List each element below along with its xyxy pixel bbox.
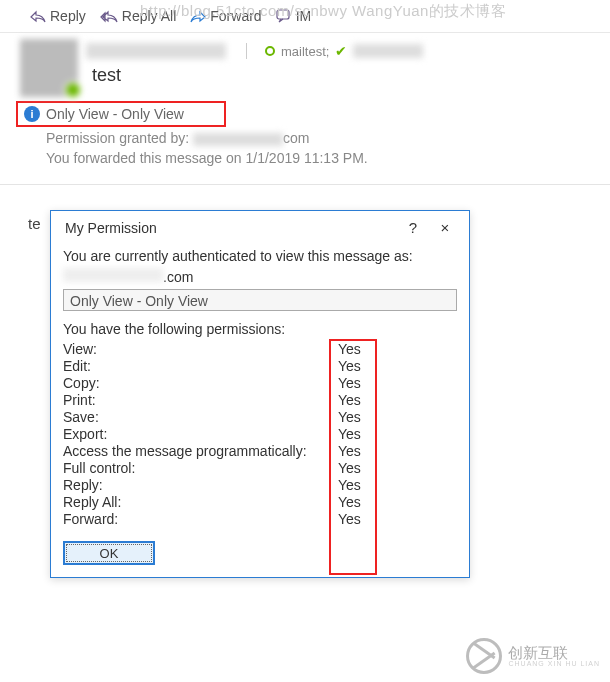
permission-dialog: My Permission ? × You are currently auth…	[50, 210, 470, 578]
perm-label: Save:	[63, 409, 338, 425]
permission-readonly-field: Only View - Only View	[63, 289, 457, 311]
perm-label: Export:	[63, 426, 338, 442]
message-meta: Permission granted by: com You forwarded…	[0, 127, 610, 172]
watermark-text: http://blog.51cto.com/scnbwy WangYuan的技术…	[140, 2, 506, 21]
perm-label: Forward:	[63, 511, 338, 527]
perm-value: Yes	[338, 460, 398, 476]
perm-label: Copy:	[63, 375, 338, 391]
logo-icon	[466, 638, 502, 674]
reply-button[interactable]: Reply	[30, 8, 86, 24]
auth-line: You are currently authenticated to view …	[63, 248, 457, 264]
presence-icon	[265, 46, 275, 56]
recipients: mailtest; ✔	[246, 43, 423, 59]
permissions-table: View:Yes Edit:Yes Copy:Yes Print:Yes Sav…	[63, 341, 457, 527]
perm-value: Yes	[338, 358, 398, 374]
perm-label: Edit:	[63, 358, 338, 374]
reply-all-icon	[100, 9, 118, 23]
status-check-icon: ✔	[335, 43, 347, 59]
perm-value: Yes	[338, 443, 398, 459]
logo-text: 创新互联	[508, 645, 600, 660]
user-line: .com	[63, 268, 457, 285]
perm-value: Yes	[338, 409, 398, 425]
perm-label: Reply All:	[63, 494, 338, 510]
permission-banner: i Only View - Only View	[16, 101, 226, 127]
dialog-help-button[interactable]: ?	[397, 219, 429, 236]
perm-value: Yes	[338, 392, 398, 408]
perm-label: Reply:	[63, 477, 338, 493]
perm-label: View:	[63, 341, 338, 357]
permission-granted-line: Permission granted by: com	[46, 129, 610, 149]
message-header: mailtest; ✔ test	[0, 33, 610, 97]
dialog-title: My Permission	[65, 220, 397, 236]
avatar	[20, 39, 78, 97]
reply-icon	[30, 9, 46, 23]
permission-banner-text: Only View - Only View	[46, 106, 184, 122]
logo-subtext: CHUANG XIN HU LIAN	[508, 660, 600, 667]
subject: test	[92, 65, 590, 86]
perm-value: Yes	[338, 477, 398, 493]
dialog-close-button[interactable]: ×	[429, 219, 461, 236]
forwarded-line: You forwarded this message on 1/1/2019 1…	[46, 149, 610, 169]
perm-value: Yes	[338, 375, 398, 391]
info-icon: i	[24, 106, 40, 122]
perm-value: Yes	[338, 341, 398, 357]
permissions-heading: You have the following permissions:	[63, 321, 457, 337]
recipient-label: mailtest;	[281, 44, 329, 59]
dialog-titlebar: My Permission ? ×	[51, 211, 469, 244]
perm-value: Yes	[338, 426, 398, 442]
ok-button[interactable]: OK	[63, 541, 155, 565]
perm-label: Full control:	[63, 460, 338, 476]
recipient-blurred	[353, 44, 423, 58]
perm-label: Print:	[63, 392, 338, 408]
perm-value: Yes	[338, 494, 398, 510]
watermark-logo: 创新互联 CHUANG XIN HU LIAN	[466, 638, 600, 674]
perm-label: Access the message programmatically:	[63, 443, 338, 459]
sender-name	[86, 43, 226, 59]
perm-value: Yes	[338, 511, 398, 527]
reply-label: Reply	[50, 8, 86, 24]
